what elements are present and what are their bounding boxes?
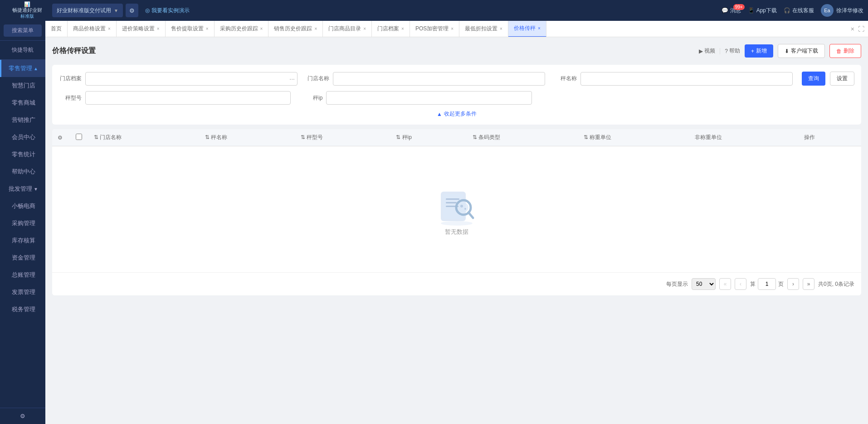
sidebar-item-member-center[interactable]: 会员中心 bbox=[0, 129, 45, 146]
sidebar-item-smart-store[interactable]: 智慧门店 bbox=[0, 77, 45, 94]
last-page-button[interactable]: » bbox=[803, 278, 814, 290]
help-link[interactable]: ? 帮助 bbox=[725, 47, 740, 55]
app-download-button[interactable]: 📱 App下载 bbox=[748, 7, 777, 14]
scale-ip-input[interactable] bbox=[326, 91, 532, 105]
th-settings: ⚙ bbox=[52, 129, 70, 146]
demo-link[interactable]: ◎ 我要看实例演示 bbox=[145, 7, 190, 14]
online-service-icon: 🎧 bbox=[784, 7, 790, 14]
tab-purchase-strategy[interactable]: 进价策略设置 × bbox=[117, 21, 166, 37]
quick-nav-button[interactable]: 快捷导航 bbox=[0, 43, 45, 57]
topbar-settings-button[interactable]: ⚙ bbox=[126, 4, 138, 17]
svg-line-8 bbox=[468, 212, 473, 218]
tab-close-icon[interactable]: × bbox=[260, 26, 263, 31]
add-label: 新增 bbox=[756, 47, 767, 55]
tab-close-icon[interactable]: × bbox=[538, 26, 541, 31]
tab-close-all-button[interactable]: × bbox=[851, 25, 854, 33]
th-weight-unit: ⇅ 称重单位 bbox=[578, 129, 689, 146]
video-link[interactable]: ▶ 视频 bbox=[699, 47, 715, 55]
sidebar-item-finance[interactable]: 资金管理 bbox=[0, 249, 45, 266]
page-actions: ▶ 视频 ? 帮助 + 新增 ⬇ bbox=[699, 44, 861, 58]
tab-store-archive[interactable]: 门店档案 × bbox=[372, 21, 410, 37]
sidebar-item-inventory[interactable]: 库存核算 bbox=[0, 232, 45, 249]
tab-close-icon[interactable]: × bbox=[108, 26, 111, 31]
per-page-label: 每页显示 bbox=[666, 280, 688, 288]
delete-icon: 🗑 bbox=[836, 48, 842, 54]
settings-button[interactable]: 设置 bbox=[830, 72, 854, 86]
store-name-input[interactable] bbox=[333, 72, 545, 86]
tab-label: 进价策略设置 bbox=[122, 25, 155, 33]
client-download-button[interactable]: ⬇ 客户端下载 bbox=[778, 44, 825, 58]
page-title: 价格传秤设置 bbox=[52, 46, 96, 56]
tab-label: 门店商品目录 bbox=[328, 25, 361, 33]
tab-close-icon[interactable]: × bbox=[314, 26, 317, 31]
tab-close-icon[interactable]: × bbox=[363, 26, 366, 31]
prev-page-button[interactable]: ‹ bbox=[735, 278, 746, 290]
sidebar-item-retail-stats[interactable]: 零售统计 bbox=[0, 146, 45, 163]
tab-close-icon[interactable]: × bbox=[500, 26, 502, 31]
delete-button[interactable]: 🗑 删除 bbox=[829, 44, 861, 58]
sidebar-item-general-ledger[interactable]: 总账管理 bbox=[0, 266, 45, 284]
th-scale-name: ⇅ 秤名称 bbox=[200, 129, 295, 146]
divider bbox=[720, 48, 720, 54]
sidebar-settings-button[interactable]: ⚙ bbox=[0, 408, 45, 424]
tab-close-icon[interactable]: × bbox=[206, 26, 209, 31]
table-settings-icon[interactable]: ⚙ bbox=[58, 135, 63, 141]
online-service-label: 在线客服 bbox=[792, 7, 814, 14]
settings-icon: ⚙ bbox=[129, 7, 135, 14]
per-page-select[interactable]: 10 20 50 100 bbox=[692, 278, 716, 290]
app-download-icon: 📱 bbox=[748, 7, 755, 14]
tab-price-scale[interactable]: 价格传秤 × bbox=[508, 21, 546, 37]
next-page-button[interactable]: › bbox=[787, 278, 799, 290]
search-menu-button[interactable]: 搜索菜单 bbox=[4, 24, 42, 37]
sidebar-item-wholesale[interactable]: 批发管理 ▼ bbox=[0, 180, 45, 198]
sidebar-item-retail-mall[interactable]: 零售商城 bbox=[0, 94, 45, 111]
tab-store-catalog[interactable]: 门店商品目录 × bbox=[323, 21, 372, 37]
sidebar-item-tax[interactable]: 税务管理 bbox=[0, 301, 45, 318]
tab-selling-price[interactable]: 售价提取设置 × bbox=[166, 21, 215, 37]
svg-point-7 bbox=[458, 202, 468, 212]
user-menu[interactable]: Ea 徐泽华修改 bbox=[821, 4, 863, 17]
tab-pos-encryption[interactable]: POS加密管理 × bbox=[410, 21, 459, 37]
tab-label: 价格传秤 bbox=[514, 24, 536, 32]
version-selector[interactable]: 好业财标准版交付试用 ▼ bbox=[52, 4, 123, 17]
query-button[interactable]: 查询 bbox=[802, 72, 825, 86]
sidebar-item-help-center[interactable]: 帮助中心 bbox=[0, 163, 45, 180]
sidebar-item-retail-management[interactable]: 零售管理 ▲ bbox=[0, 60, 45, 77]
gear-icon: ⚙ bbox=[20, 413, 25, 419]
sidebar-item-purchase[interactable]: 采购管理 bbox=[0, 215, 45, 232]
collapse-button[interactable]: ▲ 收起更多条件 bbox=[437, 110, 477, 118]
sidebar-item-label: 会员中心 bbox=[12, 134, 35, 140]
tab-purchase-history[interactable]: 采购历史价跟踪 × bbox=[215, 21, 269, 37]
tab-close-icon[interactable]: × bbox=[401, 26, 404, 31]
table-card: ⚙ ⇅ 门店名称 ⇅ 秤名称 bbox=[52, 129, 861, 295]
sidebar-item-marketing[interactable]: 营销推广 bbox=[0, 111, 45, 129]
online-service-button[interactable]: 🎧 在线客服 bbox=[784, 7, 814, 14]
tab-maximize-button[interactable]: ⛶ bbox=[858, 25, 864, 33]
version-dropdown-arrow: ▼ bbox=[114, 8, 118, 13]
add-button[interactable]: + 新增 bbox=[745, 44, 773, 58]
page-input[interactable] bbox=[758, 278, 776, 290]
tab-min-discount[interactable]: 最低折扣设置 × bbox=[459, 21, 508, 37]
sidebar-item-label: 批发管理 bbox=[9, 185, 32, 193]
tab-close-icon[interactable]: × bbox=[157, 26, 160, 31]
sidebar-item-invoice[interactable]: 发票管理 bbox=[0, 284, 45, 301]
store-archive-input[interactable] bbox=[85, 72, 297, 86]
more-icon[interactable]: ··· bbox=[289, 75, 295, 82]
first-page-button[interactable]: « bbox=[719, 278, 731, 290]
select-all-checkbox[interactable] bbox=[76, 134, 82, 140]
sidebar-item-label: 库存核算 bbox=[12, 237, 35, 244]
tab-home[interactable]: 首页 bbox=[45, 21, 68, 37]
sidebar-item-label: 零售管理 bbox=[9, 64, 32, 72]
tab-close-icon[interactable]: × bbox=[451, 26, 454, 31]
tab-product-price[interactable]: 商品价格设置 × bbox=[68, 21, 117, 37]
sidebar-item-ecommerce[interactable]: 小畅电商 bbox=[0, 198, 45, 215]
tab-label: 最低折扣设置 bbox=[465, 25, 497, 33]
logo-icon: 📊 bbox=[24, 1, 30, 7]
scale-model-input[interactable] bbox=[85, 91, 291, 105]
tab-sales-history[interactable]: 销售历史价跟踪 × bbox=[268, 21, 323, 37]
filter-store-archive: 门店档案 ··· bbox=[59, 72, 297, 86]
empty-state: 暂无数据 bbox=[52, 146, 861, 272]
filter-scale-ip: 秤ip bbox=[300, 91, 532, 105]
scale-name-input[interactable] bbox=[580, 72, 793, 86]
messages-button[interactable]: 💬 消息 99+ bbox=[722, 7, 741, 14]
